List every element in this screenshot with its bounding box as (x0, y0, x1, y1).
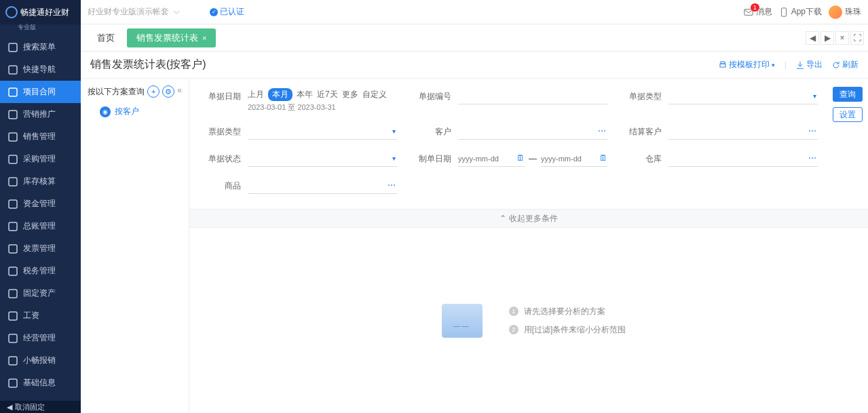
sidebar-item-16[interactable]: 系统管理 (0, 394, 81, 401)
tab-next-button[interactable]: ▶ (820, 31, 834, 45)
empty-step-1: 1 请先选择要分析的方案 (509, 306, 626, 317)
sidebar-item-13[interactable]: 经营管理 (0, 327, 81, 349)
scheme-collapse-button[interactable]: « (177, 85, 182, 98)
settings-button[interactable]: 设置 (833, 107, 863, 122)
calendar-icon[interactable]: 🗓 (516, 153, 525, 163)
fullscreen-button[interactable]: ⛶ (850, 31, 864, 45)
sidebar-item-1[interactable]: 快捷导航 (0, 58, 81, 81)
add-scheme-button[interactable]: + (147, 85, 159, 98)
bag-icon (8, 155, 18, 164)
svg-rect-13 (9, 334, 17, 342)
page-header: 销售发票统计表(按客户) 按模板打印 ▾ | 导出 刷新 (81, 52, 868, 79)
goods-input[interactable] (248, 178, 397, 194)
tab-controls: ◀ ▶ × ⛶ (806, 31, 864, 45)
account-selector[interactable]: 好业财专业版演示帐套 (88, 6, 203, 18)
scheme-panel: 按以下方案查询 + ⚙ « ◉ 按客户 (81, 79, 189, 413)
sidebar-item-3[interactable]: 营销推广 (0, 103, 81, 125)
svg-rect-4 (9, 133, 17, 141)
svg-rect-6 (9, 178, 17, 186)
sidebar-item-2[interactable]: 项目合同 (0, 81, 81, 103)
sidebar-item-11[interactable]: 固定资产 (0, 282, 81, 304)
refresh-button[interactable]: 刷新 (832, 59, 858, 71)
settle-cust-input[interactable] (668, 123, 818, 140)
logo-icon (5, 6, 18, 18)
scheme-item-customer[interactable]: ◉ 按客户 (88, 106, 182, 117)
close-icon[interactable]: × (202, 34, 206, 42)
sidebar-item-label: 库存核算 (23, 176, 56, 187)
inv-type-select[interactable] (248, 123, 397, 140)
sidebar-item-label: 采购管理 (23, 153, 56, 165)
make-date-from[interactable] (458, 151, 525, 167)
sidebar-item-9[interactable]: 发票管理 (0, 237, 81, 260)
chevron-down-icon: ▾ (392, 127, 396, 135)
svg-rect-15 (9, 379, 17, 387)
sidebar-item-0[interactable]: 搜索菜单 (0, 36, 81, 58)
doc-state-select[interactable] (248, 151, 397, 167)
make-date-label: 制单日期 (411, 151, 451, 165)
sidebar-item-6[interactable]: 库存核算 (0, 170, 81, 193)
doc-state-label: 单据状态 (200, 151, 241, 165)
warehouse-label: 仓库 (621, 151, 662, 165)
svg-rect-2 (9, 88, 17, 96)
template-print-button[interactable]: 按模板打印 ▾ (719, 59, 775, 71)
sidebar-item-label: 资金管理 (23, 198, 56, 210)
collapse-label: 收起更多条件 (509, 213, 558, 224)
sidebar-item-5[interactable]: 采购管理 (0, 148, 81, 170)
tab-prev-button[interactable]: ◀ (806, 31, 819, 45)
tab-active[interactable]: 销售发票统计表 × (127, 28, 216, 47)
user-menu[interactable]: 珠珠 (829, 5, 861, 19)
lookup-icon[interactable]: ⋯ (808, 126, 816, 136)
customer-input[interactable] (458, 123, 607, 140)
date-tab-4[interactable]: 更多 (342, 89, 358, 100)
svg-rect-1 (9, 66, 17, 74)
ledger-icon (8, 222, 18, 231)
date-tab-3[interactable]: 近7天 (317, 89, 338, 100)
sidebar-item-label: 经营管理 (23, 332, 56, 344)
pin-toggle[interactable]: ◀ 取消固定 (0, 401, 81, 413)
collapse-filters-button[interactable]: ⌃ 收起更多条件 (189, 209, 868, 228)
query-button[interactable]: 查询 (833, 87, 863, 102)
tab-close-all-button[interactable]: × (835, 31, 849, 45)
lookup-icon[interactable]: ⋯ (808, 153, 816, 163)
tax-icon (8, 267, 18, 276)
app-download-button[interactable]: App下载 (779, 6, 822, 18)
date-tab-0[interactable]: 上月 (248, 89, 264, 100)
scheme-item-icon: ◉ (100, 106, 111, 117)
svg-rect-9 (9, 245, 17, 253)
date-tab-5[interactable]: 自定义 (362, 89, 387, 100)
sidebar-item-7[interactable]: 资金管理 (0, 193, 81, 215)
date-tab-1[interactable]: 本月 (268, 88, 293, 101)
svg-rect-18 (781, 7, 786, 16)
sidebar-item-15[interactable]: 基础信息 (0, 372, 81, 394)
money-icon (8, 199, 18, 209)
sidebar-item-12[interactable]: 工资 (0, 304, 81, 327)
export-label: 导出 (806, 59, 823, 71)
sidebar-item-label: 基础信息 (23, 377, 56, 389)
sidebar-item-label: 总账管理 (23, 220, 56, 232)
warehouse-input[interactable] (668, 151, 818, 167)
doc-type-select[interactable] (668, 88, 818, 104)
doc-no-input[interactable] (458, 88, 607, 104)
sidebar-item-4[interactable]: 销售管理 (0, 125, 81, 148)
scheme-settings-button[interactable]: ⚙ (162, 85, 174, 98)
make-date-to[interactable] (541, 151, 607, 167)
sidebar-item-14[interactable]: 小畅报销 (0, 349, 81, 372)
date-tab-2[interactable]: 本年 (297, 89, 313, 100)
sidebar-item-label: 项目合同 (23, 86, 56, 98)
tab-home[interactable]: 首页 (88, 28, 124, 47)
sidebar-item-label: 小畅报销 (23, 355, 56, 366)
main: 好业财专业版演示帐套 ✓ 已认证 消息 1 App下载 珠珠 (81, 0, 868, 413)
pin-icon: ◀ (7, 403, 12, 412)
sidebar-item-10[interactable]: 税务管理 (0, 260, 81, 282)
chevron-down-icon (173, 9, 180, 16)
export-button[interactable]: 导出 (796, 59, 823, 71)
messages-button[interactable]: 消息 1 (744, 6, 772, 18)
download-label: App下载 (791, 6, 822, 18)
lookup-icon[interactable]: ⋯ (388, 180, 396, 190)
sidebar-item-8[interactable]: 总账管理 (0, 215, 81, 237)
calendar-icon[interactable]: 🗓 (599, 153, 607, 163)
goods-label: 商品 (200, 178, 241, 192)
svg-rect-3 (9, 111, 17, 119)
lookup-icon[interactable]: ⋯ (598, 126, 606, 136)
verified-badge: ✓ 已认证 (210, 6, 244, 18)
